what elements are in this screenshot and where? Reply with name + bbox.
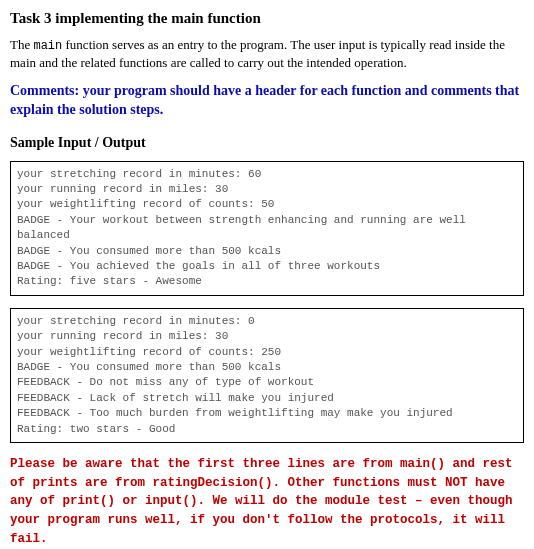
warning-text: Please be aware that the first three lin…: [10, 455, 524, 549]
task-heading: Task 3 implementing the main function: [10, 8, 524, 28]
sample-output-1: your stretching record in minutes: 60 yo…: [10, 161, 524, 296]
intro-paragraph: The main function serves as an entry to …: [10, 36, 524, 72]
intro-pre: The: [10, 37, 33, 52]
intro-code: main: [33, 39, 62, 53]
sample-output-2: your stretching record in minutes: 0 you…: [10, 308, 524, 443]
intro-post: function serves as an entry to the progr…: [10, 37, 505, 70]
sample-heading: Sample Input / Output: [10, 134, 524, 153]
comments-note: Comments: your program should have a hea…: [10, 82, 524, 120]
